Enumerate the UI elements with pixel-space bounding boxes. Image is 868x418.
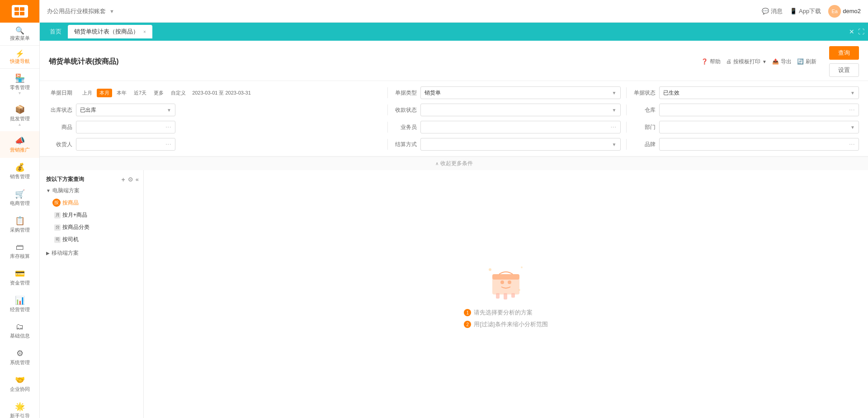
date-btn-7days[interactable]: 近7天 [131,89,149,97]
warehouse-dots[interactable]: ··· [849,106,855,114]
query-btns: 查询 设置 [829,46,859,77]
tip-text-2: 用[过滤]条件来缩小分析范围 [474,320,547,328]
collapse-panel-btn[interactable]: « [136,176,139,183]
split-layout: 按以下方案查询 + ⊙ « ▼ 电脑端方案 按 按商品 [40,170,868,418]
goods-control[interactable]: ··· [76,121,175,133]
svg-point-7 [508,280,511,284]
doc-type-control[interactable]: 销货单 ▼ [420,86,621,99]
refresh-btn[interactable]: 🔄 刷新 [797,58,816,66]
sidebar-item-sales[interactable]: 💰 销售管理 [0,158,39,185]
copy-scheme-btn[interactable]: ⊙ [128,176,133,183]
collect-status-control[interactable]: ▼ [420,104,621,116]
close-window-icon[interactable]: ✕ [849,28,854,35]
sidebar-item-guide[interactable]: 🌟 新手引导 [0,397,39,418]
salesperson-control[interactable]: ··· [420,121,621,133]
sidebar-item-coop[interactable]: 🤝 企业协同 [0,370,39,397]
out-status-label: 出库状态 [49,106,76,114]
sidebar-item-retail[interactable]: 🏪 零售管理 ▼ [0,69,39,100]
avatar: Ea [828,5,841,18]
sidebar-item-stock[interactable]: 🗃 库存核算 [0,238,39,264]
left-panel-tools: + ⊙ « [122,176,139,183]
category-icon: 分 [54,224,61,231]
empty-tips: 1 请先选择要分析的方案 2 用[过滤]条件来缩小分析范围 [464,309,547,332]
dept-control[interactable]: ▼ [659,121,859,133]
sidebar-item-wholesale[interactable]: 📦 批发管理 ▲ [0,100,39,131]
tree-label-month-goods: 按月+商品 [62,211,87,219]
tab-sales-stat[interactable]: 销货单统计表（按商品） × [68,25,152,38]
collapse-bar[interactable]: ∧ 收起更多条件 [40,157,868,170]
sidebar-item-ecommerce[interactable]: 🛒 电商管理 [0,185,39,211]
divider-2 [626,87,627,98]
date-quick-buttons: 上月 本月 本年 近7天 更多 自定义 [80,89,189,97]
sidebar-item-finance[interactable]: 💳 资金管理 [0,264,39,291]
svg-rect-10 [511,293,515,298]
app-icon: 📱 [790,8,797,14]
section-pc-arrow: ▼ [46,188,51,193]
divider-3 [387,104,388,115]
maximize-icon[interactable]: ⛶ [858,28,864,35]
workspace-label: 办公用品行业模拟账套 [47,7,106,15]
section-pc-schemes[interactable]: ▼ 电脑端方案 [40,185,143,196]
tab-close-icon[interactable]: × [143,29,146,34]
left-panel-header: 按以下方案查询 + ⊙ « [40,174,143,185]
sidebar-nav: 🏪 零售管理 ▼ 📦 批发管理 ▲ 📣 营销推广 💰 销售管理 🛒 电商管理 📋… [0,69,39,418]
sidebar-item-operations[interactable]: 📊 经营管理 [0,291,39,318]
doc-status-arrow: ▼ [850,90,855,95]
tab-home[interactable]: 首页 [43,25,68,38]
print-dropdown-icon: ▼ [762,59,767,64]
help-btn[interactable]: ❓ 帮助 [701,58,721,66]
left-panel: 按以下方案查询 + ⊙ « ▼ 电脑端方案 按 按商品 [40,170,144,418]
divider-4 [626,104,627,115]
date-btn-thisyear[interactable]: 本年 [114,89,129,97]
page-title: 销货单统计表(按商品) [49,57,119,66]
user-area[interactable]: Ea demo2 [828,5,861,18]
sidebar-item-marketing[interactable]: 📣 营销推广 [0,131,39,158]
print-btn[interactable]: 🖨 按模板打印 ▼ [726,58,767,66]
brand-label: 品牌 [632,141,659,148]
goods-dots[interactable]: ··· [165,123,171,131]
sidebar-item-system[interactable]: ⚙ 系统管理 [0,344,39,370]
settlement-control[interactable]: ▼ [420,138,621,151]
tree-item-by-driver[interactable]: 司 按司机 [40,233,143,246]
salesperson-dots[interactable]: ··· [610,123,616,131]
export-btn[interactable]: 📤 导出 [772,58,792,66]
system-icon: ⚙ [16,348,24,358]
brand-control[interactable]: ··· [659,138,859,151]
tree-item-by-category[interactable]: 分 按商品分类 [40,221,143,233]
sidebar-item-base[interactable]: 🗂 基础信息 [0,318,39,344]
date-btn-custom[interactable]: 自定义 [168,89,189,97]
date-btn-thismonth[interactable]: 本月 [97,89,112,97]
purchase-icon: 📋 [15,216,25,226]
refresh-icon: 🔄 [797,58,804,65]
setting-button[interactable]: 设置 [829,63,859,77]
filter-row-2: 出库状态 已出库 ▼ 收款状态 ▼ 仓库 [49,104,859,116]
help-icon: ❓ [701,58,708,65]
sidebar-item-purchase[interactable]: 📋 采购管理 [0,211,39,238]
brand-dots[interactable]: ··· [849,140,855,148]
query-button[interactable]: 查询 [829,46,859,60]
workspace-dropdown-icon[interactable]: ▼ [109,9,114,14]
message-btn[interactable]: 💬 消息 [762,7,783,15]
filter-row-1: 单据日期 上月 本月 本年 近7天 更多 自定义 2023-03-01 至 20… [49,86,859,99]
svg-rect-3 [20,12,24,15]
warehouse-control[interactable]: ··· [659,104,859,116]
out-status-control[interactable]: 已出库 ▼ [76,104,175,116]
date-btn-more[interactable]: 更多 [151,89,166,97]
tree-item-by-month-goods[interactable]: 月 按月+商品 [40,209,143,221]
tree-item-by-goods[interactable]: 按 按商品 [40,196,143,209]
date-btn-lastmonth[interactable]: 上月 [80,89,95,97]
sidebar-search[interactable]: 🔍 帮助 搜索菜单 [0,23,39,46]
receiver-control[interactable]: ··· [76,138,175,151]
filter-panel: 单据日期 上月 本月 本年 近7天 更多 自定义 2023-03-01 至 20… [40,81,868,157]
receiver-dots[interactable]: ··· [165,140,171,148]
salesperson-label: 业务员 [393,124,420,131]
svg-point-6 [500,280,504,284]
doc-status-control[interactable]: 已生效 ▼ [659,86,859,99]
add-scheme-btn[interactable]: + [122,176,125,183]
dept-label: 部门 [632,124,659,131]
app-download-btn[interactable]: 📱 App下载 [790,7,821,15]
out-status-arrow: ▼ [167,108,171,113]
sidebar-quicknav[interactable]: ⚡ 快捷导航 [0,46,39,69]
section-mobile-schemes[interactable]: ▶ 移动端方案 [40,247,143,259]
divider-5 [387,122,388,133]
